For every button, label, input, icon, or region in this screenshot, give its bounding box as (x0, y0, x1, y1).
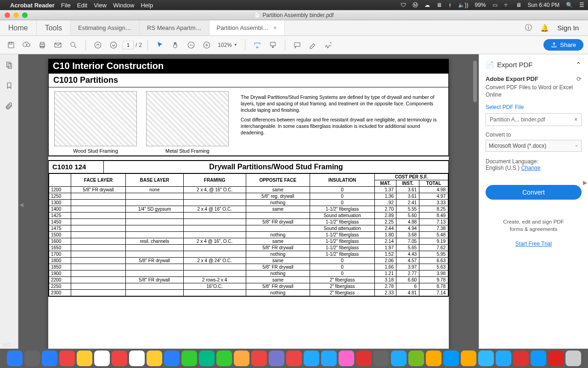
menubar-status-4[interactable]: ᚼ (448, 2, 452, 8)
start-free-trial-link[interactable]: Start Free Trial (486, 240, 582, 248)
dock-item-7[interactable] (129, 351, 145, 366)
select-file-link[interactable]: Select PDF File (486, 104, 582, 110)
email-icon[interactable] (51, 39, 64, 52)
menubar-status-5[interactable]: 🔈)) (458, 2, 469, 8)
menu-window[interactable]: Window (113, 2, 134, 9)
highlight-icon[interactable] (306, 39, 319, 52)
dock-item-25[interactable] (443, 351, 459, 366)
dock-item-5[interactable] (94, 351, 110, 366)
doc-tab-3-active[interactable]: Partition Assembl… × (209, 20, 285, 35)
sign-icon[interactable] (322, 39, 335, 52)
magnify-icon[interactable] (67, 39, 80, 52)
dock-item-1[interactable] (24, 351, 40, 366)
dock[interactable] (0, 349, 588, 368)
doc-tab-1[interactable]: Estimating Assign… (71, 20, 140, 35)
menubar-status-7[interactable]: ▭ (492, 2, 498, 8)
prev-page-arrow[interactable]: ◀ (19, 201, 23, 208)
sign-in-button[interactable]: Sign In (557, 24, 579, 32)
dock-item-16[interactable] (286, 351, 302, 366)
convert-button[interactable]: Convert (486, 185, 582, 200)
menu-view[interactable]: View (94, 2, 107, 9)
dock-item-21[interactable] (373, 351, 389, 366)
menubar-status-0[interactable]: 🛡 (401, 2, 406, 8)
dock-item-27[interactable] (478, 351, 494, 366)
export-pdf-heading[interactable]: Export PDF (497, 61, 533, 69)
zoom-select[interactable]: 102%▼ (216, 41, 239, 49)
fit-page-icon[interactable] (266, 39, 279, 52)
hand-tool-icon[interactable] (169, 39, 182, 52)
dock-item-0[interactable] (7, 351, 23, 366)
close-tab-icon[interactable]: × (273, 24, 277, 31)
dock-item-13[interactable] (234, 351, 249, 366)
bell-icon[interactable]: 🔔 (540, 24, 549, 32)
document-viewer[interactable]: ◀ C10 Interior Construction C1010 Partit… (18, 54, 479, 349)
app-name[interactable]: Acrobat Reader (10, 2, 55, 9)
dock-item-23[interactable] (408, 351, 424, 366)
window-zoom-button[interactable] (22, 12, 28, 18)
refresh-icon[interactable]: ⟳ (577, 75, 582, 82)
page-current-input[interactable] (123, 41, 134, 49)
dock-item-11[interactable] (199, 351, 215, 366)
bookmark-icon[interactable] (5, 81, 13, 91)
menu-file[interactable]: File (61, 2, 71, 9)
zoom-out-icon[interactable] (185, 39, 198, 52)
window-minimize-button[interactable] (13, 12, 19, 18)
dock-item-28[interactable] (496, 351, 511, 366)
scrollbar-thumb[interactable] (473, 61, 477, 102)
doc-tab-2[interactable]: RS Means Apartm… (140, 20, 209, 35)
menu-edit[interactable]: Edit (77, 2, 87, 9)
comment-icon[interactable] (291, 39, 304, 52)
dock-item-24[interactable] (426, 351, 441, 366)
dock-item-22[interactable] (391, 351, 407, 366)
dock-item-26[interactable] (461, 351, 476, 366)
menubar-status-3[interactable]: 🖥 (436, 2, 442, 8)
menubar-status-10[interactable]: Sun 6:40 PM (528, 2, 560, 8)
window-close-button[interactable] (5, 12, 10, 18)
dock-item-30[interactable] (531, 351, 546, 366)
selected-file-box[interactable]: Partition A... binder.pdf × (486, 113, 582, 126)
dock-item-32[interactable] (565, 351, 581, 366)
fit-width-icon[interactable] (251, 39, 264, 52)
dock-item-6[interactable] (112, 351, 127, 366)
menubar-status-9[interactable]: 🖥 (516, 2, 521, 8)
dock-item-14[interactable] (251, 351, 267, 366)
menu-help[interactable]: Help (141, 2, 153, 9)
dock-item-20[interactable] (356, 351, 372, 366)
menubar-status-2[interactable]: ☁ (424, 2, 430, 8)
collapse-chevron-icon[interactable]: ⌃ (576, 61, 582, 69)
dock-item-2[interactable] (42, 351, 57, 366)
menubar-status-1[interactable]: Ⓜ (413, 1, 418, 9)
dock-item-8[interactable] (147, 351, 162, 366)
right-panel-collapse-arrow[interactable]: ▶ (583, 179, 587, 186)
dock-item-3[interactable] (59, 351, 75, 366)
menubar-status-11[interactable]: 🔍 (566, 2, 573, 8)
share-button[interactable]: Share (543, 39, 583, 51)
page-down-icon[interactable] (107, 39, 120, 52)
format-select[interactable]: Microsoft Word (*.docx) ⌄ (486, 140, 582, 152)
menubar-status-12[interactable]: ☰ (579, 2, 584, 8)
save-icon[interactable] (5, 39, 17, 52)
dock-item-31[interactable] (548, 351, 564, 366)
dock-item-9[interactable] (164, 351, 180, 366)
dock-item-4[interactable] (77, 351, 92, 366)
home-tab[interactable]: Home (0, 20, 37, 35)
attachment-icon[interactable] (5, 102, 13, 112)
dock-item-15[interactable] (269, 351, 284, 366)
menubar-status-6[interactable]: 99% (475, 2, 486, 8)
menubar-status-8[interactable]: ᯤ (504, 2, 509, 8)
change-language-link[interactable]: Change (521, 165, 540, 171)
page-up-icon[interactable] (91, 39, 104, 52)
help-icon[interactable]: ⓘ (525, 23, 532, 32)
dock-item-12[interactable] (216, 351, 232, 366)
clear-file-icon[interactable]: × (574, 116, 577, 123)
dock-item-10[interactable] (181, 351, 197, 366)
dock-item-19[interactable] (339, 351, 354, 366)
print-icon[interactable] (36, 39, 49, 52)
cloud-upload-icon[interactable] (20, 39, 33, 52)
zoom-in-icon[interactable] (200, 39, 213, 52)
tools-tab[interactable]: Tools (37, 20, 71, 35)
dock-item-29[interactable] (513, 351, 529, 366)
select-tool-icon[interactable] (153, 39, 166, 52)
dock-item-17[interactable] (304, 351, 319, 366)
dock-item-18[interactable] (321, 351, 337, 366)
